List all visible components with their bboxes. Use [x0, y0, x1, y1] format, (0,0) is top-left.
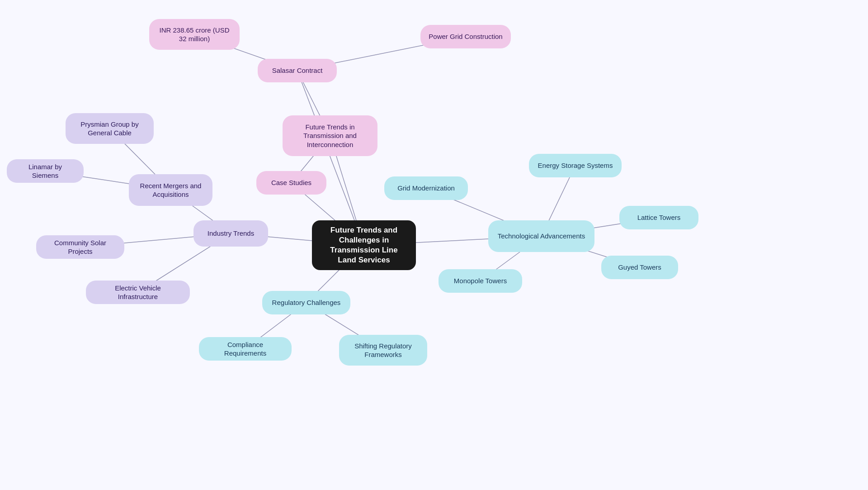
node-grid_mod[interactable]: Grid Modernization [384, 176, 468, 200]
node-label-guyed_towers: Guyed Towers [618, 263, 661, 272]
node-salasar_contract[interactable]: Salasar Contract [258, 59, 337, 82]
node-label-tech_adv: Technological Advancements [498, 232, 585, 241]
node-label-community_solar: Community Solar Projects [44, 238, 116, 256]
node-label-salasar_contract: Salasar Contract [272, 66, 323, 75]
node-label-ev_infra: Electric Vehicle Infrastructure [94, 284, 182, 301]
node-case_studies[interactable]: Case Studies [256, 171, 326, 195]
node-lattice_towers[interactable]: Lattice Towers [619, 206, 698, 229]
node-industry_trends[interactable]: Industry Trends [193, 220, 268, 247]
node-regulatory[interactable]: Regulatory Challenges [262, 291, 350, 314]
mindmap-container: Future Trends and Challenges in Transmis… [0, 0, 868, 490]
connections-svg [0, 0, 868, 490]
node-future_trends[interactable]: Future Trends in Transmission and Interc… [283, 115, 377, 156]
node-energy_storage[interactable]: Energy Storage Systems [529, 154, 622, 177]
node-label-prysmian: Prysmian Group by General Cable [74, 120, 146, 138]
node-compliance[interactable]: Compliance Requirements [199, 337, 292, 361]
node-guyed_towers[interactable]: Guyed Towers [601, 256, 678, 279]
node-label-case_studies: Case Studies [271, 178, 311, 187]
node-inr[interactable]: INR 238.65 crore (USD 32 million) [149, 19, 240, 50]
node-label-shifting_reg: Shifting Regulatory Frameworks [347, 342, 419, 359]
node-monopole[interactable]: Monopole Towers [439, 269, 522, 293]
node-label-future_trends: Future Trends in Transmission and Interc… [291, 123, 369, 149]
node-label-regulatory: Regulatory Challenges [272, 298, 341, 307]
node-recent_mergers[interactable]: Recent Mergers and Acquisitions [129, 174, 212, 206]
node-label-power_grid: Power Grid Construction [429, 32, 502, 41]
node-label-monopole: Monopole Towers [454, 276, 507, 285]
node-label-linamar: Linamar by Siemens [15, 162, 75, 180]
node-tech_adv[interactable]: Technological Advancements [488, 220, 594, 252]
node-community_solar[interactable]: Community Solar Projects [36, 235, 124, 259]
node-ev_infra[interactable]: Electric Vehicle Infrastructure [86, 281, 190, 304]
node-label-industry_trends: Industry Trends [208, 229, 254, 238]
node-label-inr: INR 238.65 crore (USD 32 million) [157, 26, 231, 43]
node-label-grid_mod: Grid Modernization [397, 184, 455, 193]
node-prysmian[interactable]: Prysmian Group by General Cable [66, 113, 154, 144]
node-label-lattice_towers: Lattice Towers [637, 213, 681, 222]
node-label-energy_storage: Energy Storage Systems [538, 161, 613, 170]
node-center[interactable]: Future Trends and Challenges in Transmis… [312, 220, 416, 270]
node-label-center: Future Trends and Challenges in Transmis… [320, 225, 408, 265]
node-power_grid[interactable]: Power Grid Construction [420, 25, 511, 48]
node-shifting_reg[interactable]: Shifting Regulatory Frameworks [339, 335, 427, 366]
node-linamar[interactable]: Linamar by Siemens [7, 159, 84, 183]
node-label-recent_mergers: Recent Mergers and Acquisitions [137, 181, 204, 199]
svg-line-0 [297, 71, 364, 245]
node-label-compliance: Compliance Requirements [207, 340, 283, 358]
